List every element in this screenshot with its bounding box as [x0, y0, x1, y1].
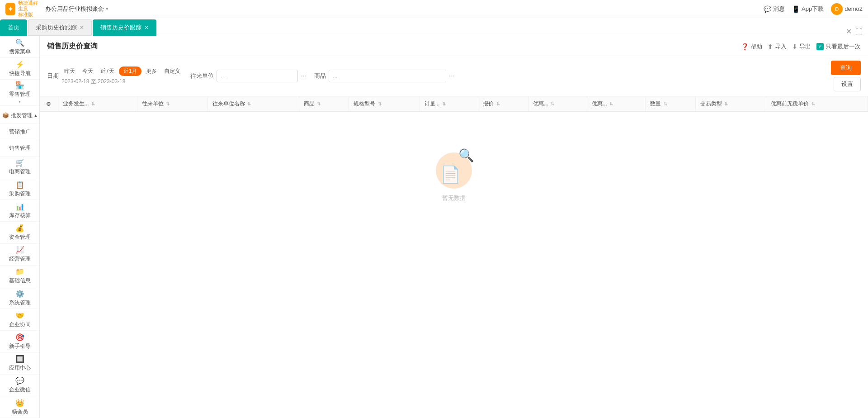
col-discount1[interactable]: 优惠... ⇅ — [528, 96, 587, 112]
sidebar-item-basicinfo[interactable]: 📁 基础信息 — [0, 266, 39, 287]
content-area: 销售历史价查询 ❓ 帮助 ⬆ 导入 ⬇ 导出 ✓ — [40, 36, 868, 418]
sidebar-item-enterprise[interactable]: 🤝 企业协同 — [0, 309, 39, 331]
gear-icon[interactable]: ⚙ — [46, 101, 51, 107]
sidebar-item-quicknav[interactable]: ⚡ 快捷导航 — [0, 58, 39, 80]
sidebar-item-inventory[interactable]: 📊 库存核算 — [0, 200, 39, 222]
col-quote[interactable]: 报价 ⇅ — [478, 96, 528, 112]
tab-sales-close[interactable]: ✕ — [144, 24, 149, 31]
date-btn-7days[interactable]: 近7天 — [98, 66, 117, 76]
empty-doc-icon: 📄 — [440, 165, 461, 184]
settings-button[interactable]: 设置 — [834, 77, 861, 91]
table-header-row: ⚙ 业务发生... ⇅ 往来单位 ⇅ 往来单位名称 ⇅ — [40, 96, 868, 112]
tab-home[interactable]: 首页 — [0, 19, 27, 36]
basicinfo-icon: 📁 — [15, 267, 24, 276]
help-button[interactable]: ❓ 帮助 — [741, 43, 762, 51]
top-right-area: 💬 消息 📱 App下载 D demo2 — [764, 3, 863, 15]
sidebar-item-quicknav-label: 快捷导航 — [9, 70, 31, 77]
sidebar-item-newbie[interactable]: 🎯 新手引导 — [0, 331, 39, 352]
workspace-selector[interactable]: 办公用品行业模拟账套 ▾ — [45, 5, 108, 13]
chevron-up-icon: ▴ — [34, 112, 37, 119]
sidebar-item-operations[interactable]: 📈 经营管理 — [0, 244, 39, 266]
col-unit[interactable]: 计量... ⇅ — [420, 96, 478, 112]
checkbox-checked-icon: ✓ — [816, 43, 824, 50]
messages-button[interactable]: 💬 消息 — [764, 5, 785, 13]
inventory-icon: 📊 — [15, 202, 24, 211]
col-qty[interactable]: 数量 ⇅ — [646, 96, 696, 112]
product-filter-group: 商品 ··· — [314, 70, 455, 82]
col-settings: ⚙ — [40, 96, 58, 112]
sidebar-item-marketing[interactable]: 营销推广 — [0, 124, 39, 140]
sidebar-item-member[interactable]: 👑 畅会员 — [0, 396, 39, 418]
sort-icon-unit: ⇅ — [442, 101, 446, 106]
sidebar-item-wechat-label: 企业微信 — [9, 386, 31, 394]
logo-text: 畅捷通好生意 标准版 — [18, 0, 42, 18]
ecommerce-icon: 🛒 — [15, 158, 24, 167]
sidebar-item-system[interactable]: ⚙️ 系统管理 — [0, 287, 39, 309]
tab-sales[interactable]: 销售历史价跟踪 ✕ — [93, 19, 156, 36]
purchase-icon: 📋 — [15, 180, 24, 189]
col-biz-date[interactable]: 业务发生... ⇅ — [58, 96, 137, 112]
sort-icon-partner: ⇅ — [166, 101, 170, 106]
page-title: 销售历史价查询 — [47, 42, 98, 51]
date-filter-label: 日期 — [47, 72, 59, 80]
avatar: D — [831, 3, 843, 15]
col-spec[interactable]: 规格型号 ⇅ — [349, 96, 420, 112]
expand-icon[interactable]: ⛶ — [855, 28, 863, 36]
sidebar-item-newbie-label: 新手引导 — [9, 342, 31, 350]
logo: ✦ 畅捷通好生意 标准版 — [5, 0, 42, 18]
date-btn-custom[interactable]: 自定义 — [161, 66, 183, 76]
sidebar-item-wholesale[interactable]: 📦 批发管理 ▴ — [0, 106, 39, 124]
sidebar-item-salesmgmt[interactable]: 销售管理 — [0, 140, 39, 157]
tab-purchase-close[interactable]: ✕ — [80, 24, 84, 31]
date-btn-1month[interactable]: 近1月 — [119, 66, 142, 76]
close-tab-icon[interactable]: ✕ — [846, 27, 852, 36]
partner-input[interactable] — [217, 70, 298, 82]
date-btn-today[interactable]: 今天 — [80, 66, 96, 76]
partner-filter-label: 往来单位 — [190, 72, 214, 80]
empty-icon: 📄 🔍 — [434, 148, 474, 189]
main-layout: 🔍 搜索菜单 ⚡ 快捷导航 🏪 零售管理 ▾ 📦 批发管理 ▴ 营销推广 销售管… — [0, 36, 868, 418]
sidebar-item-apps[interactable]: 🔲 应用中心 — [0, 353, 39, 375]
message-icon: 💬 — [764, 5, 771, 13]
product-input[interactable] — [329, 70, 446, 82]
sort-icon-quote: ⇅ — [496, 101, 500, 106]
product-picker-icon[interactable]: ··· — [449, 72, 455, 80]
import-button[interactable]: ⬆ 导入 — [768, 43, 787, 51]
col-product[interactable]: 商品 ⇅ — [299, 96, 349, 112]
col-discount2[interactable]: 优惠... ⇅ — [587, 96, 646, 112]
table-container: ⚙ 业务发生... ⇅ 往来单位 ⇅ 往来单位名称 ⇅ — [40, 96, 868, 418]
date-btn-yesterday[interactable]: 昨天 — [61, 66, 78, 76]
empty-text: 暂无数据 — [442, 194, 466, 202]
query-button[interactable]: 查询 — [831, 61, 861, 75]
sidebar-item-wechat[interactable]: 💬 企业微信 — [0, 375, 39, 396]
only-last-checkbox[interactable]: ✓ 只看最后一次 — [816, 43, 861, 51]
export-button[interactable]: ⬇ 导出 — [792, 43, 811, 51]
chevron-right-icon: ▾ — [19, 99, 21, 104]
magnify-icon: 🔍 — [458, 148, 474, 163]
date-btn-more[interactable]: 更多 — [143, 66, 160, 76]
tab-purchase[interactable]: 采购历史价跟踪 ✕ — [28, 19, 92, 36]
export-icon: ⬇ — [792, 43, 797, 50]
filter-row: 日期 昨天 今天 近7天 近1月 更多 自定义 2023-02-18 至 202… — [40, 56, 868, 96]
sidebar-item-search[interactable]: 🔍 搜索菜单 — [0, 36, 39, 58]
col-partner-code[interactable]: 往来单位 ⇅ — [137, 96, 208, 112]
user-area[interactable]: D demo2 — [831, 3, 863, 15]
tab-purchase-label: 采购历史价跟踪 — [36, 24, 77, 32]
sidebar-item-operations-label: 经营管理 — [9, 255, 31, 263]
col-partner-name[interactable]: 往来单位名称 ⇅ — [208, 96, 299, 112]
sidebar-item-marketing-label: 营销推广 — [9, 128, 31, 136]
sidebar-item-ecommerce[interactable]: 🛒 电商管理 — [0, 157, 39, 178]
date-range-text: 2023-02-18 至 2023-03-18 — [61, 78, 183, 86]
sort-icon-qty: ⇅ — [664, 101, 667, 106]
app-download-button[interactable]: 📱 App下载 — [792, 5, 824, 13]
sidebar-item-purchase[interactable]: 📋 采购管理 — [0, 178, 39, 200]
col-pretax-price[interactable]: 优惠前无税单价 ⇅ — [766, 96, 868, 112]
top-bar: ✦ 畅捷通好生意 标准版 办公用品行业模拟账套 ▾ 💬 消息 📱 App下载 D… — [0, 0, 868, 18]
phone-icon: 📱 — [792, 5, 800, 13]
partner-picker-icon[interactable]: ··· — [301, 72, 307, 80]
sidebar-item-retail[interactable]: 🏪 零售管理 ▾ — [0, 80, 39, 105]
sidebar-item-enterprise-label: 企业协同 — [9, 321, 31, 328]
sidebar-item-apps-label: 应用中心 — [9, 364, 31, 372]
col-trade-type[interactable]: 交易类型 ⇅ — [696, 96, 766, 112]
sidebar-item-finance[interactable]: 💰 资金管理 — [0, 222, 39, 243]
